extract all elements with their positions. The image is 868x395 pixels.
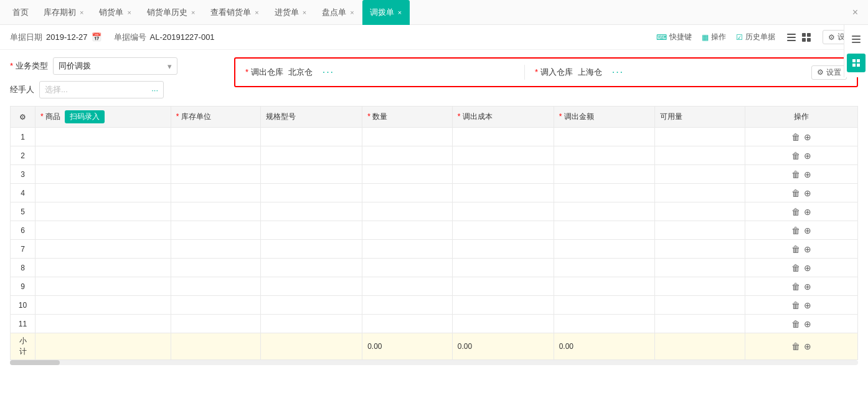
row-copy-icon[interactable]: ⊕	[804, 319, 811, 329]
handler-row: 经手人 选择... ···	[10, 81, 222, 98]
table-row: 5 🗑 ⊕	[11, 202, 858, 221]
tab-close-sales-history[interactable]: ×	[191, 9, 195, 16]
row-delete-icon[interactable]: 🗑	[791, 226, 800, 236]
table-row: 11 🗑 ⊕	[11, 315, 858, 333]
toolbar-right: ⌨ 快捷键 ▦ 操作 ☑ 历史单据	[656, 30, 858, 44]
tab-close-sales-order[interactable]: ×	[127, 9, 131, 16]
row-delete-icon[interactable]: 🗑	[791, 263, 800, 273]
svg-rect-1	[787, 37, 796, 38]
table-row: 7 🗑 ⊕	[11, 240, 858, 259]
row-copy-icon[interactable]: ⊕	[804, 226, 811, 236]
tab-stocktake[interactable]: 盘点单 ×	[314, 0, 362, 25]
history-icon: ☑	[736, 33, 743, 42]
subtotal-qty: 0.00	[362, 333, 453, 360]
row-delete-icon[interactable]: 🗑	[791, 300, 800, 310]
svg-rect-2	[787, 40, 796, 41]
operation-btn[interactable]: ▦ 操作	[702, 32, 726, 42]
row-delete-icon[interactable]: 🗑	[791, 188, 800, 198]
row-copy-icon[interactable]: ⊕	[804, 300, 811, 310]
table-row: 2 🗑 ⊕	[11, 146, 858, 165]
row-copy-icon[interactable]: ⊕	[804, 244, 811, 254]
th-spec: 规格型号	[261, 107, 362, 128]
table-foot: 小计 0.00 0.00 0.00 🗑 ⊕	[11, 333, 858, 360]
subtotal-cost: 0.00	[452, 333, 554, 360]
row-copy-icon[interactable]: ⊕	[804, 169, 811, 179]
tab-purchase-order[interactable]: 进货单 ×	[267, 0, 314, 25]
tab-sales-order[interactable]: 销货单 ×	[92, 0, 139, 25]
svg-rect-6	[807, 38, 811, 42]
handler-select[interactable]: 选择... ···	[39, 81, 164, 98]
row-delete-icon[interactable]: 🗑	[791, 319, 800, 329]
table-row: 9 🗑 ⊕	[11, 277, 858, 296]
subtotal-delete-icon[interactable]: 🗑	[791, 341, 800, 351]
data-table: ⚙ * 商品 扫码录入 * 库存单位 规格型号 * 数量 *	[10, 106, 858, 360]
subtotal-copy-icon[interactable]: ⊕	[804, 341, 811, 351]
view-grid-btn[interactable]	[800, 31, 813, 44]
warehouse-setting-btn[interactable]: ⚙ 设置	[811, 65, 847, 80]
h-scrollbar[interactable]	[10, 360, 858, 365]
warehouse-box: * 调出仓库 北京仓 ··· * 调入仓库 上海仓 ··· ⚙ 设置	[234, 57, 858, 87]
table-container: ⚙ * 商品 扫码录入 * 库存单位 规格型号 * 数量 *	[0, 106, 868, 360]
warehouse-in-dots[interactable]: ···	[612, 67, 624, 78]
row-copy-icon[interactable]: ⊕	[804, 188, 811, 198]
table-row: 1 🗑 ⊕	[11, 128, 858, 146]
history-btn[interactable]: ☑ 历史单据	[736, 32, 775, 42]
th-available: 可用量	[655, 107, 745, 128]
right-sidebar	[844, 25, 868, 77]
table-row: 10 🗑 ⊕	[11, 296, 858, 315]
warehouse-out-dots[interactable]: ···	[323, 67, 334, 78]
th-qty: * 数量	[362, 107, 453, 128]
row-copy-icon[interactable]: ⊕	[804, 207, 811, 217]
form-left: * 业务类型 同价调拨 ▾ 经手人 选择... ···	[10, 57, 222, 98]
row-delete-icon[interactable]: 🗑	[791, 282, 800, 292]
warehouse-out-label: * 调出仓库	[245, 67, 283, 78]
table-row: 8 🗑 ⊕	[11, 259, 858, 277]
scan-btn[interactable]: 扫码录入	[65, 110, 105, 123]
shortcut-btn[interactable]: ⌨ 快捷键	[656, 32, 692, 42]
tab-sales-history[interactable]: 销货单历史 ×	[139, 0, 203, 25]
row-delete-icon[interactable]: 🗑	[791, 151, 800, 161]
tab-view-sales[interactable]: 查看销货单 ×	[203, 0, 267, 25]
row-delete-icon[interactable]: 🗑	[791, 132, 800, 142]
window-close-btn[interactable]: ×	[852, 7, 858, 17]
th-gear[interactable]: ⚙	[11, 107, 35, 128]
tab-close-transfer[interactable]: ×	[398, 9, 402, 16]
toolbar: 单据日期 2019-12-27 📅 单据编号 AL-20191227-001 ⌨…	[0, 25, 868, 50]
tab-home[interactable]: 首页	[5, 7, 36, 18]
h-scrollbar-thumb[interactable]	[10, 360, 60, 365]
row-delete-icon[interactable]: 🗑	[791, 207, 800, 217]
row-copy-icon[interactable]: ⊕	[804, 263, 811, 273]
tab-transfer[interactable]: 调拨单 ×	[362, 0, 410, 25]
tab-inventory-init[interactable]: 库存期初 ×	[36, 0, 92, 25]
table-row: 6 🗑 ⊕	[11, 221, 858, 240]
gear-icon: ⚙	[19, 113, 26, 121]
date-field: 单据日期 2019-12-27 📅	[10, 32, 101, 43]
subtotal-label: 小计	[11, 333, 35, 360]
tab-close-view-sales[interactable]: ×	[255, 9, 258, 16]
shortcut-icon: ⌨	[656, 33, 667, 42]
th-amount: * 调出金额	[554, 107, 655, 128]
biz-type-select[interactable]: 同价调拨 ▾	[53, 57, 177, 75]
tab-bar: 首页 库存期初 × 销货单 × 销货单历史 × 查看销货单 × 进货单 × 盘点…	[0, 0, 868, 25]
subtotal-row: 小计 0.00 0.00 0.00 🗑 ⊕	[11, 333, 858, 360]
row-copy-icon[interactable]: ⊕	[804, 132, 811, 142]
tab-close-inventory-init[interactable]: ×	[80, 9, 83, 16]
row-copy-icon[interactable]: ⊕	[804, 282, 811, 292]
table-body: 1 🗑 ⊕ 2 🗑	[11, 128, 858, 333]
th-actions: 操作	[745, 107, 858, 128]
warehouse-divider	[524, 65, 525, 80]
tab-close-purchase-order[interactable]: ×	[303, 9, 306, 16]
tab-close-stocktake[interactable]: ×	[350, 9, 354, 16]
operation-icon: ▦	[702, 33, 709, 42]
sidebar-expand-icon[interactable]	[847, 54, 866, 72]
calendar-icon[interactable]: 📅	[92, 32, 101, 42]
sidebar-list-icon[interactable]	[847, 30, 866, 49]
svg-rect-9	[852, 42, 861, 43]
row-copy-icon[interactable]: ⊕	[804, 151, 811, 161]
view-list-btn[interactable]	[785, 31, 798, 44]
th-cost: * 调出成本	[452, 107, 554, 128]
row-delete-icon[interactable]: 🗑	[791, 169, 800, 179]
row-delete-icon[interactable]: 🗑	[791, 244, 800, 254]
svg-rect-0	[787, 34, 796, 35]
handler-dots-btn[interactable]: ···	[151, 85, 158, 95]
